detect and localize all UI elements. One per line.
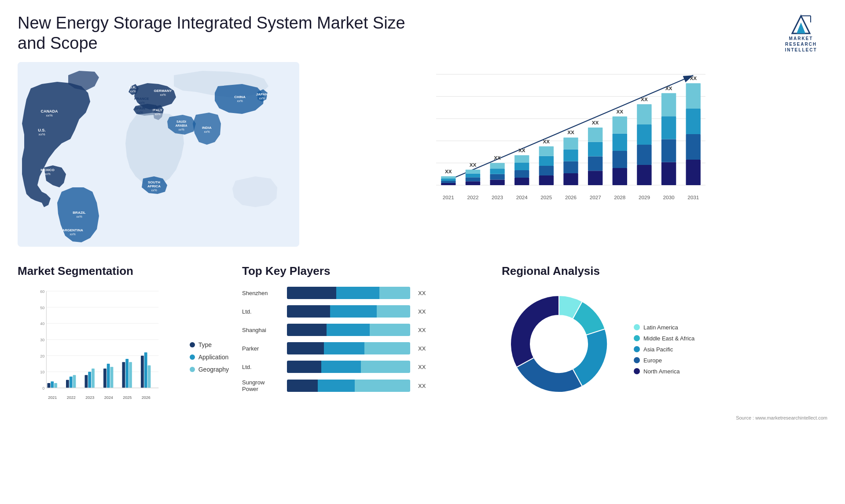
regional-legend-item: Middle East & Africa xyxy=(634,335,694,342)
svg-text:XX: XX xyxy=(616,109,623,114)
players-list: ShenzhenXXLtd.XXShanghaiXXParkerXXLtd.XX… xyxy=(242,287,489,392)
svg-rect-96 xyxy=(637,104,651,124)
svg-rect-51 xyxy=(466,181,480,185)
player-value: XX xyxy=(418,383,426,389)
player-bar xyxy=(287,361,410,373)
player-value: XX xyxy=(418,308,426,315)
svg-rect-71 xyxy=(539,156,554,166)
svg-text:XX: XX xyxy=(665,85,672,91)
svg-rect-147 xyxy=(148,365,151,388)
svg-rect-53 xyxy=(466,174,480,178)
svg-rect-52 xyxy=(466,178,480,182)
bar-segment xyxy=(324,342,364,354)
svg-rect-134 xyxy=(88,372,91,388)
player-value: XX xyxy=(418,364,426,370)
svg-text:2023: 2023 xyxy=(492,194,503,200)
regional-dot xyxy=(634,368,640,374)
svg-rect-60 xyxy=(490,163,504,169)
segmentation-title: Market Segmentation xyxy=(18,264,229,278)
svg-rect-108 xyxy=(686,83,700,109)
bar-segment xyxy=(287,380,318,392)
svg-rect-90 xyxy=(613,117,627,134)
bar-segment xyxy=(361,361,410,373)
svg-text:AFRICA: AFRICA xyxy=(147,184,161,188)
player-row: Ltd.XX xyxy=(242,305,489,318)
legend-label: Geography xyxy=(198,366,229,373)
regional-dot xyxy=(634,335,640,341)
svg-text:2030: 2030 xyxy=(663,194,675,200)
svg-rect-139 xyxy=(110,367,114,388)
svg-text:ARGENTINA: ARGENTINA xyxy=(62,228,83,232)
svg-text:U.S.: U.S. xyxy=(38,128,46,132)
players-title: Top Key Players xyxy=(242,264,489,278)
svg-rect-125 xyxy=(47,383,50,388)
svg-rect-146 xyxy=(144,353,147,388)
svg-marker-1 xyxy=(797,22,805,33)
player-bar xyxy=(287,342,410,354)
svg-rect-100 xyxy=(661,139,676,162)
svg-text:xx%: xx% xyxy=(151,189,157,192)
player-name: Ltd. xyxy=(242,308,282,315)
player-bar xyxy=(287,324,410,336)
bar-segment xyxy=(287,342,324,354)
regional-section: Regional Analysis Latin AmericaMiddle Ea… xyxy=(502,264,827,462)
svg-text:2025: 2025 xyxy=(123,395,132,400)
svg-text:2029: 2029 xyxy=(639,194,650,200)
page-title: New Energy Storage Integrated System Mar… xyxy=(18,13,414,53)
svg-text:40: 40 xyxy=(40,322,44,326)
svg-text:60: 60 xyxy=(40,289,44,294)
svg-text:2023: 2023 xyxy=(85,395,94,400)
regional-legend-item: North America xyxy=(634,368,694,375)
svg-text:2028: 2028 xyxy=(614,194,625,200)
legend-dot xyxy=(190,367,195,372)
legend-dot xyxy=(190,342,195,347)
svg-text:2025: 2025 xyxy=(540,194,552,200)
svg-rect-63 xyxy=(514,178,529,185)
svg-rect-83 xyxy=(588,142,603,157)
svg-text:GERMANY: GERMANY xyxy=(154,89,173,93)
svg-text:INDIA: INDIA xyxy=(202,126,212,130)
svg-text:XX: XX xyxy=(470,162,477,168)
player-row: ShenzhenXX xyxy=(242,287,489,299)
donut-chart xyxy=(502,287,625,412)
svg-text:SPAIN: SPAIN xyxy=(135,106,145,110)
player-value: XX xyxy=(418,327,426,333)
svg-rect-87 xyxy=(613,168,627,185)
bar-segment xyxy=(321,361,361,373)
svg-text:0: 0 xyxy=(42,386,44,391)
svg-text:2024: 2024 xyxy=(516,194,528,200)
svg-rect-130 xyxy=(70,377,73,388)
svg-text:SAUDI: SAUDI xyxy=(176,120,186,123)
bar-segment xyxy=(287,324,327,336)
segmentation-section: Market Segmentation 01020304050602021202… xyxy=(18,264,229,462)
regional-label: Europe xyxy=(643,357,662,364)
svg-text:xx%: xx% xyxy=(137,111,143,114)
svg-text:xx%: xx% xyxy=(237,99,242,102)
svg-rect-131 xyxy=(73,375,76,388)
top-section: CANADA xx% U.S. xx% MEXICO xx% BRAZIL xx… xyxy=(18,62,827,247)
segmentation-chart: 0102030405060202120222023202420252026 Ty… xyxy=(18,287,229,427)
svg-rect-64 xyxy=(514,170,529,178)
bar-segment xyxy=(318,380,355,392)
bar-segment xyxy=(355,380,410,392)
logo-icon xyxy=(788,14,814,36)
logo-text3: INTELLECT xyxy=(785,47,817,53)
svg-rect-107 xyxy=(686,109,700,134)
svg-rect-145 xyxy=(141,356,144,388)
svg-rect-84 xyxy=(588,128,603,142)
svg-text:2024: 2024 xyxy=(104,395,113,400)
svg-text:XX: XX xyxy=(641,96,648,102)
logo-text2: RESEARCH xyxy=(785,41,817,47)
player-bar xyxy=(287,380,410,392)
svg-rect-126 xyxy=(51,382,54,388)
svg-text:20: 20 xyxy=(40,354,44,358)
bar-segment xyxy=(330,305,377,318)
svg-rect-72 xyxy=(539,146,554,156)
bar-segment xyxy=(327,324,370,336)
bar-segment xyxy=(377,305,410,318)
svg-rect-101 xyxy=(661,116,676,139)
svg-rect-75 xyxy=(563,173,578,185)
svg-rect-138 xyxy=(107,364,110,388)
svg-rect-133 xyxy=(84,375,88,388)
bar-segment xyxy=(336,287,379,299)
